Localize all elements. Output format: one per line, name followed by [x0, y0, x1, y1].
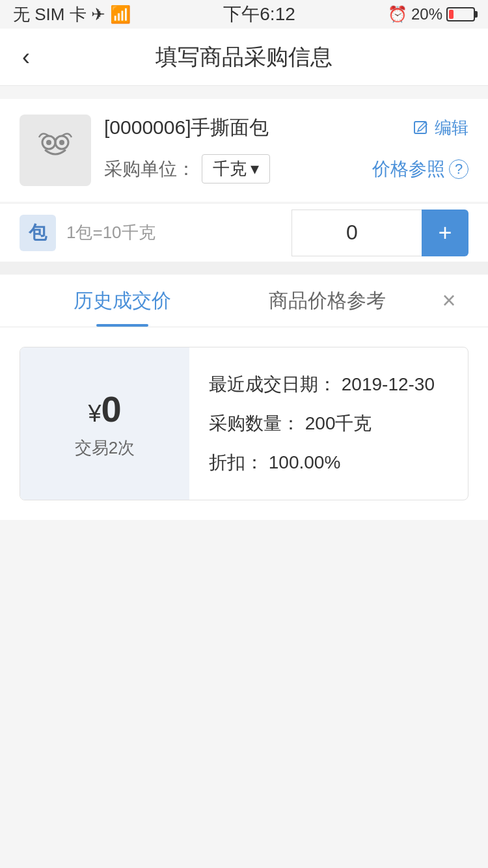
unit-info: 包 1包=10千克: [20, 215, 156, 251]
unit-conversion: 1包=10千克: [66, 221, 156, 244]
product-info: [0000006]手撕面包 编辑 采购单位： 千克 ▾ 价格参照 ?: [104, 115, 468, 183]
recent-date-row: 最近成交日期： 2019-12-30: [209, 371, 448, 398]
page-title: 填写商品采购信息: [156, 42, 332, 72]
product-name: [0000006]手撕面包: [104, 115, 269, 141]
qty-input-area: +: [291, 210, 468, 256]
product-image: [20, 115, 91, 186]
product-header-row: [0000006]手撕面包 编辑: [104, 115, 468, 141]
quantity-plus-button[interactable]: +: [422, 210, 468, 256]
edit-button[interactable]: 编辑: [413, 116, 468, 139]
section-divider: [0, 262, 488, 275]
status-time: 下午6:12: [223, 2, 295, 27]
svg-point-2: [46, 140, 51, 145]
price-trades: 交易2次: [75, 437, 135, 459]
tab-product-price-ref[interactable]: 商品价格参考: [224, 275, 429, 327]
tab-bar: 历史成交价 商品价格参考 ×: [0, 275, 488, 327]
battery-percent: 20%: [411, 5, 442, 23]
unit-box: 包: [20, 215, 56, 251]
price-summary: ¥0 交易2次: [20, 347, 189, 500]
tab-history-price[interactable]: 历史成交价: [20, 275, 224, 327]
signal-icon: ⏰: [388, 5, 407, 23]
svg-point-3: [59, 140, 64, 145]
purchase-unit-row: 采购单位： 千克 ▾ 价格参照 ?: [104, 154, 468, 183]
price-card: ¥0 交易2次 最近成交日期： 2019-12-30 采购数量： 200千克 折…: [20, 347, 468, 500]
purchase-unit-label: 采购单位：: [104, 157, 195, 182]
quantity-section: 包 1包=10千克 +: [0, 203, 488, 262]
battery-icon: [446, 7, 475, 21]
price-ref-button[interactable]: 价格参照 ?: [372, 157, 468, 182]
price-details: 最近成交日期： 2019-12-30 采购数量： 200千克 折扣： 100.0…: [189, 347, 468, 500]
price-value: ¥0: [88, 388, 121, 430]
main-content-bg: [0, 520, 488, 868]
page-header: ‹ 填写商品采购信息: [0, 29, 488, 86]
chevron-down-icon: ▾: [251, 159, 259, 179]
purchase-qty-row: 采购数量： 200千克: [209, 410, 448, 437]
help-icon: ?: [449, 159, 468, 179]
status-right: ⏰ 20%: [388, 5, 475, 23]
product-card: [0000006]手撕面包 编辑 采购单位： 千克 ▾ 价格参照 ?: [0, 99, 488, 202]
status-bar: 无 SIM 卡 ✈ 📶 下午6:12 ⏰ 20%: [0, 0, 488, 29]
back-button[interactable]: ‹: [16, 37, 36, 77]
close-button[interactable]: ×: [429, 281, 468, 320]
price-content: ¥0 交易2次 最近成交日期： 2019-12-30 采购数量： 200千克 折…: [0, 327, 488, 520]
unit-select[interactable]: 千克 ▾: [202, 154, 270, 183]
tab-underline: [96, 324, 148, 327]
product-thumbnail-icon: [33, 124, 78, 177]
quantity-input[interactable]: [291, 210, 422, 256]
status-left: 无 SIM 卡 ✈ 📶: [13, 3, 131, 26]
discount-row: 折扣： 100.00%: [209, 449, 448, 476]
